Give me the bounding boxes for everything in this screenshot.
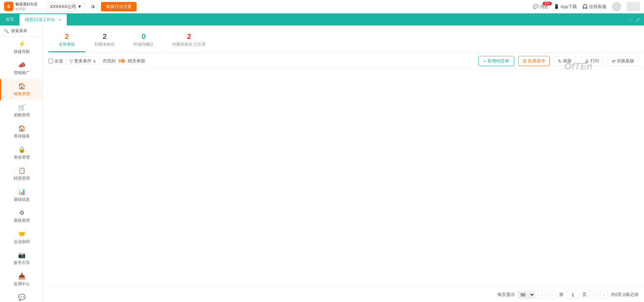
app-download-btn[interactable]: 📱 App下载 (554, 4, 577, 10)
sales-icon: 🏠 (18, 82, 25, 90)
sidebar-item-operations-label: 经营管理 (14, 176, 30, 181)
stat-tab-overdue-shipped[interactable]: 2 到期未收款 已出库 (163, 29, 215, 52)
refresh-btn[interactable]: ↻ 刷新 (554, 56, 576, 66)
print-btn[interactable]: 🖨 打印 (580, 56, 603, 66)
sidebar-item-purchase-label: 采购管理 (14, 112, 30, 118)
tab-actions: － ⤢ (628, 16, 644, 23)
sidebar-item-quick-nav[interactable]: ⚡ 快捷导航 (0, 37, 43, 58)
switch-version-btn[interactable]: ⇄ 切换新版 (607, 56, 639, 66)
online-service-btn[interactable]: 🎧 在线客服 (582, 4, 606, 10)
batch-icon: ☰ (523, 59, 527, 64)
sidebar: 🔍 搜索菜单 ⚡ 快捷导航 📣 营销推广 🏠 销售管理 🛒 采购管理 🏠 库存核… (0, 25, 43, 302)
settings-button[interactable] (88, 2, 97, 11)
print-label: 打印 (590, 58, 599, 64)
sidebar-item-app-center-label: 应用中心 (14, 281, 30, 287)
sidebar-item-marketing-label: 营销推广 (14, 70, 30, 76)
sidebar-search[interactable]: 🔍 搜索菜单 (0, 25, 43, 37)
page-label: 第 (559, 292, 564, 298)
operations-icon: 📋 (18, 167, 25, 174)
stat-tab-all[interactable]: 2 全部单据 (48, 29, 85, 52)
trial-button[interactable]: 体验行业方案 (101, 2, 137, 11)
sidebar-item-capital-label: 资金管理 (14, 155, 30, 160)
stats-tabs: 2 全部单据 2 到期未收款 0 旺辅待确认 2 到期未收款 已出库 (43, 25, 644, 53)
user-name-area[interactable] (627, 2, 640, 11)
page-first-btn[interactable]: « (538, 291, 546, 299)
tab-maximize-btn[interactable]: ⤢ (636, 16, 640, 23)
sidebar-search-label: 搜索菜单 (11, 28, 27, 34)
sidebar-item-enterprise[interactable]: 🤝 企业协同 (0, 227, 43, 248)
print-icon: 🖨 (585, 59, 589, 64)
sidebar-item-guide[interactable]: 📷 新手引导 (0, 248, 43, 269)
add-btn-label: 新增销货单 (487, 58, 509, 64)
filter-icon: ▽ (69, 59, 73, 64)
guide-icon: 📷 (18, 251, 25, 259)
refresh-label: 刷新 (563, 58, 572, 64)
message-badge: 99+ (543, 2, 552, 5)
tab-home[interactable]: 首页 (0, 13, 19, 25)
select-all-checkbox[interactable] (48, 59, 53, 63)
batch-operations-btn[interactable]: ☰ 批量操作 (518, 56, 550, 66)
sidebar-item-sales-label: 销售管理 (14, 91, 30, 97)
found-prefix: 共找到 (103, 58, 116, 64)
page-next-btn[interactable]: › (589, 291, 597, 299)
page-unit: 页 (582, 292, 587, 298)
logo-text: 畅捷通好生意 (15, 2, 38, 6)
batch-label: 批量操作 (528, 58, 545, 64)
select-all-text: 全选 (54, 58, 63, 64)
stat-tab-wangwang[interactable]: 0 旺辅待确认 (124, 29, 163, 52)
sidebar-item-system[interactable]: ⚙ 系统管理 (0, 206, 43, 227)
add-icon: + (483, 59, 486, 64)
switch-icon: ⇄ (612, 59, 615, 64)
filter-label: 更多条件 (74, 58, 92, 64)
stat-label-all: 全部单据 (59, 42, 75, 47)
sidebar-item-wechat[interactable]: 💬 企业微信 (0, 290, 43, 302)
message-icon: 💬 (533, 4, 538, 9)
company-selector[interactable]: XXXXXX公司 ▼ (47, 2, 85, 11)
sidebar-item-operations[interactable]: 📋 经营管理 (0, 164, 43, 185)
message-btn[interactable]: 💬 消息 99+ (533, 4, 548, 10)
tab-work-bench-label: 钱货日清工作台 (25, 17, 55, 23)
sidebar-item-sales[interactable]: 🏠 销售管理 (0, 79, 43, 100)
per-page-label: 每页显示 (497, 292, 515, 298)
found-count: 0条 (118, 58, 125, 64)
sidebar-item-inventory[interactable]: 🏠 库存核算 (0, 121, 43, 142)
company-name: XXXXXX公司 (50, 4, 76, 10)
sidebar-item-marketing[interactable]: 📣 营销推广 (0, 58, 43, 79)
stat-label-overdue-shipped: 到期未收款 已出库 (172, 42, 206, 47)
avatar[interactable] (612, 2, 621, 11)
per-page-select[interactable]: 50 100 200 (518, 291, 535, 299)
stat-tab-overdue[interactable]: 2 到期未收款 (85, 29, 124, 52)
system-icon: ⚙ (19, 209, 24, 217)
tab-minimize-btn[interactable]: － (628, 16, 633, 23)
stat-count-all: 2 (65, 32, 69, 41)
capital-icon: 🔒 (18, 146, 25, 153)
filter-dropdown-icon: ∨ (93, 59, 96, 64)
main-layout: 🔍 搜索菜单 ⚡ 快捷导航 📣 营销推广 🏠 销售管理 🛒 采购管理 🏠 库存核… (0, 25, 644, 302)
search-icon: 🔍 (4, 29, 9, 34)
total-text: 共0页,0条记录 (611, 292, 639, 298)
sidebar-item-basic-info-label: 基础信息 (14, 197, 30, 202)
stat-label-overdue: 到期未收款 (95, 42, 115, 47)
stat-count-wangwang: 0 (142, 32, 146, 41)
marketing-icon: 📣 (18, 61, 25, 69)
logo-badge: 标准版 (15, 7, 38, 11)
page-input[interactable] (566, 291, 580, 299)
filter-button[interactable]: ▽ 更多条件 ∨ (66, 56, 100, 66)
tab-bar: 首页 钱货日清工作台 ✕ － ⤢ (0, 13, 644, 25)
page-last-btn[interactable]: » (600, 291, 608, 299)
top-right-area: 💬 消息 99+ 📱 App下载 🎧 在线客服 (533, 2, 640, 11)
sidebar-item-capital[interactable]: 🔒 资金管理 (0, 142, 43, 164)
stat-label-wangwang: 旺辅待确认 (133, 42, 154, 47)
app-download-label: App下载 (560, 4, 577, 10)
select-all-label[interactable]: 全选 (48, 58, 63, 64)
sidebar-item-quick-nav-label: 快捷导航 (14, 49, 30, 55)
top-bar: 6 畅捷通好生意 标准版 XXXXXX公司 ▼ 体验行业方案 💬 消息 99+ … (0, 0, 644, 13)
add-sales-order-btn[interactable]: + 新增销货单 (478, 56, 514, 66)
tab-work-bench[interactable]: 钱货日清工作台 ✕ (19, 14, 67, 25)
sidebar-item-basic-info[interactable]: 📊 基础信息 (0, 185, 43, 206)
stat-count-overdue-shipped: 2 (187, 32, 191, 41)
page-prev-btn[interactable]: ‹ (548, 291, 556, 299)
sidebar-item-purchase[interactable]: 🛒 采购管理 (0, 100, 43, 121)
sidebar-item-app-center[interactable]: 📥 应用中心 (0, 269, 43, 290)
tab-close-icon[interactable]: ✕ (58, 17, 61, 22)
